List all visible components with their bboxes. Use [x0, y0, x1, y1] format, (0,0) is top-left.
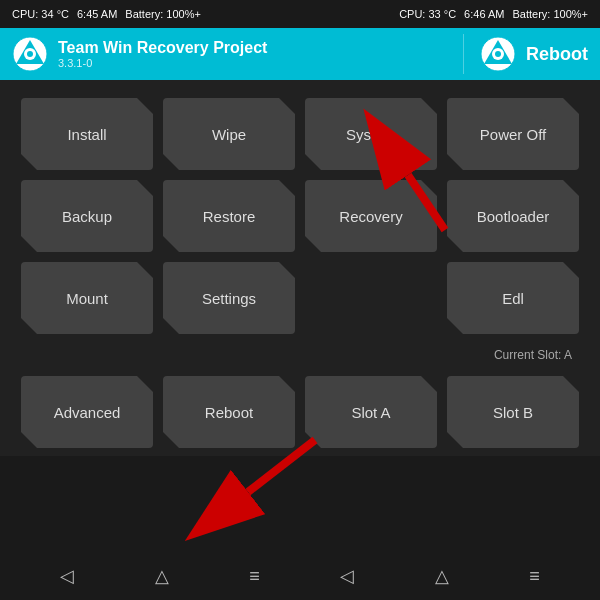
- settings-button[interactable]: Settings: [163, 262, 295, 334]
- reboot-logo: [480, 36, 516, 72]
- main-area: Install Wipe System Power Off Backup Res…: [0, 80, 600, 456]
- header-title: Team Win Recovery Project: [58, 39, 267, 57]
- recovery-button[interactable]: Recovery: [305, 180, 437, 252]
- nav-menu-icon[interactable]: ≡: [249, 566, 260, 587]
- right-cpu: CPU: 33 °C: [399, 8, 456, 20]
- empty-button-3: [305, 262, 437, 334]
- header-left: Team Win Recovery Project 3.3.1-0: [12, 36, 447, 72]
- header-subtitle: 3.3.1-0: [58, 57, 267, 69]
- mount-button[interactable]: Mount: [21, 262, 153, 334]
- status-bar: CPU: 34 °C 6:45 AM Battery: 100%+ CPU: 3…: [0, 0, 600, 28]
- header-title-block: Team Win Recovery Project 3.3.1-0: [58, 39, 267, 69]
- svg-point-5: [495, 51, 501, 57]
- nav-home-icon[interactable]: △: [155, 565, 169, 587]
- header-divider: [463, 34, 464, 74]
- button-row-1: Install Wipe System Power Off: [14, 98, 586, 170]
- wipe-button[interactable]: Wipe: [163, 98, 295, 170]
- nav-back2-icon[interactable]: ◁: [340, 565, 354, 587]
- header-right: Reboot: [480, 36, 588, 72]
- nav-back-icon[interactable]: ◁: [60, 565, 74, 587]
- header-reboot-title: Reboot: [526, 44, 588, 65]
- bootloader-button[interactable]: Bootloader: [447, 180, 579, 252]
- slot-info-row: Current Slot: A: [14, 344, 586, 366]
- button-row-3: Mount Settings Edl: [14, 262, 586, 334]
- svg-point-2: [27, 51, 33, 57]
- left-cpu: CPU: 34 °C: [12, 8, 69, 20]
- right-time: 6:46 AM: [464, 8, 504, 20]
- app-header: Team Win Recovery Project 3.3.1-0 Reboot: [0, 28, 600, 80]
- advanced-button[interactable]: Advanced: [21, 376, 153, 448]
- restore-button[interactable]: Restore: [163, 180, 295, 252]
- status-left: CPU: 34 °C 6:45 AM Battery: 100%+: [12, 8, 201, 20]
- left-time: 6:45 AM: [77, 8, 117, 20]
- nav-bar: ◁ △ ≡ ◁ △ ≡: [0, 552, 600, 600]
- right-battery: Battery: 100%+: [512, 8, 588, 20]
- status-right: CPU: 33 °C 6:46 AM Battery: 100%+: [399, 8, 588, 20]
- edl-button[interactable]: Edl: [447, 262, 579, 334]
- backup-button[interactable]: Backup: [21, 180, 153, 252]
- slot-info-text: Current Slot: A: [494, 348, 572, 362]
- button-row-4: Advanced Reboot Slot A Slot B: [14, 376, 586, 448]
- poweroff-button[interactable]: Power Off: [447, 98, 579, 170]
- twrp-logo: [12, 36, 48, 72]
- nav-menu2-icon[interactable]: ≡: [529, 566, 540, 587]
- install-button[interactable]: Install: [21, 98, 153, 170]
- button-row-2: Backup Restore Recovery Bootloader: [14, 180, 586, 252]
- reboot-button[interactable]: Reboot: [163, 376, 295, 448]
- slotb-button[interactable]: Slot B: [447, 376, 579, 448]
- slota-button[interactable]: Slot A: [305, 376, 437, 448]
- nav-home2-icon[interactable]: △: [435, 565, 449, 587]
- system-button[interactable]: System: [305, 98, 437, 170]
- left-battery: Battery: 100%+: [125, 8, 201, 20]
